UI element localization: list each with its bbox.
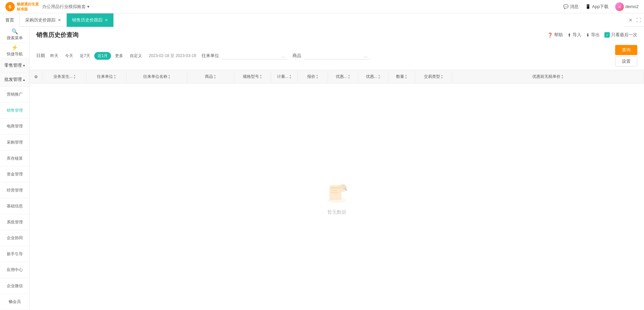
wholesale-chevron-icon: ▴: [23, 78, 25, 82]
sort-spec-icon: ▲▼: [260, 74, 262, 80]
sidebar-item-finance[interactable]: 资金管理: [0, 166, 29, 183]
th-qty[interactable]: 数量 ▲▼: [388, 71, 415, 82]
sidebar-item-quick-nav[interactable]: ⚡ 快捷导航: [0, 43, 29, 59]
sidebar-item-basic-info[interactable]: 基础信息: [0, 198, 29, 214]
export-icon: ⬇: [586, 33, 590, 38]
checkbox-icon: ✓: [604, 32, 610, 38]
th-trade-type[interactable]: 交易类型 ▲▼: [415, 71, 452, 82]
sort-unit-icon: ▲▼: [289, 74, 292, 80]
partner-input-wrapper: ...: [222, 52, 287, 59]
message-button[interactable]: 💬 消息: [563, 4, 579, 10]
sidebar-item-guide[interactable]: 新手引导: [0, 246, 29, 262]
th-product[interactable]: 商品 ▲▼: [187, 71, 234, 82]
help-action[interactable]: ❓ 帮助: [547, 32, 563, 38]
table-header: ⚙ 业务发生... ▲▼ 往来单位 ▲▼ 往来单位名称 ▲▼ 商品 ▲▼: [30, 70, 644, 84]
sidebar-item-wholesale[interactable]: 批发管理 ▴: [0, 73, 29, 87]
sidebar-item-marketing[interactable]: 营销推广: [0, 87, 29, 103]
message-icon: 💬: [563, 4, 569, 9]
th-spec[interactable]: 规格型号 ▲▼: [234, 71, 271, 82]
product-input-wrapper: ...: [304, 52, 370, 59]
empty-illustration: 🔍: [323, 178, 350, 205]
sidebar-item-operations[interactable]: 经营管理: [0, 183, 29, 199]
only-last-checkbox[interactable]: ✓ 只看最后一次: [604, 32, 637, 38]
partner-filter-group: 往来单位 ...: [202, 52, 287, 59]
user-menu[interactable]: d demo2: [615, 2, 639, 11]
app-download-button[interactable]: 📱 App下载: [585, 4, 608, 10]
quick-nav-icon: ⚡: [11, 44, 18, 51]
th-no-tax[interactable]: 优惠前无税单价 ▲▼: [452, 71, 644, 82]
sidebar-item-inventory[interactable]: 库存核算: [0, 151, 29, 167]
date-btn-1month[interactable]: 近1月: [94, 52, 111, 60]
sidebar-item-ecommerce[interactable]: 电商管理: [0, 119, 29, 135]
th-unit[interactable]: 计量... ▲▼: [271, 71, 298, 82]
content-area: 销售历史价查询 ❓ 帮助 ⬆ 导入 ⬇ 导出 ✓: [30, 27, 644, 310]
top-bar-left: 6 畅捷通好生意 标准版 办公用品行业模拟账套 ▾: [5, 2, 90, 11]
product-filter-group: 商品 ...: [292, 52, 370, 59]
search-icon: 🔍: [11, 28, 18, 35]
th-partner-name[interactable]: 往来单位名称 ▲▼: [127, 71, 187, 82]
date-btn-more[interactable]: 更多: [112, 52, 126, 60]
date-range: 2023-02-18 至 2023-03-18: [149, 53, 196, 59]
sort-price-icon: ▲▼: [316, 74, 319, 80]
close-window-icon[interactable]: ✕: [628, 17, 633, 23]
product-input[interactable]: [306, 53, 362, 58]
download-icon: 📱: [585, 4, 591, 9]
page-title: 销售历史价查询: [36, 31, 78, 39]
th-disc1[interactable]: 优惠... ▲▼: [328, 71, 358, 82]
filter-actions: 查询 设置: [615, 45, 637, 66]
empty-state: 🔍 暂无数据: [30, 84, 644, 310]
sidebar-item-vip[interactable]: 畅会员: [0, 294, 29, 310]
query-button[interactable]: 查询: [615, 45, 637, 55]
th-settings[interactable]: ⚙: [30, 72, 43, 82]
sort-partner-code-icon: ▲▼: [114, 74, 116, 80]
close-sales-tab-icon[interactable]: ✕: [105, 18, 108, 22]
th-price[interactable]: 报价 ▲▼: [298, 71, 328, 82]
date-btn-custom[interactable]: 自定义: [127, 52, 145, 60]
sidebar-item-app-center[interactable]: 应用中心: [0, 262, 29, 278]
tab-purchase-history[interactable]: 采购历史价跟踪 ✕: [20, 13, 67, 27]
page-actions: ❓ 帮助 ⬆ 导入 ⬇ 导出 ✓ 只看最后一次: [547, 32, 637, 38]
partner-input[interactable]: [224, 53, 280, 58]
th-partner-code[interactable]: 往来单位 ▲▼: [87, 71, 127, 82]
app-selector[interactable]: 办公用品行业模拟账套 ▾: [42, 4, 90, 10]
sort-disc2-icon: ▲▼: [378, 74, 381, 80]
close-purchase-tab-icon[interactable]: ✕: [58, 18, 61, 22]
date-btn-today[interactable]: 今天: [62, 52, 76, 60]
sidebar-item-system[interactable]: 系统管理: [0, 214, 29, 230]
product-dots-icon[interactable]: ...: [364, 53, 368, 58]
avatar: d: [615, 2, 624, 11]
sidebar-item-sales-mgmt[interactable]: 销售管理: [0, 103, 29, 119]
window-controls: ✕ ⛶: [625, 13, 644, 27]
sidebar-item-enterprise[interactable]: 企业协同: [0, 230, 29, 246]
logo-text: 畅捷通好生意 标准版: [17, 2, 39, 11]
settings-button[interactable]: 设置: [615, 56, 637, 66]
import-icon: ⬆: [568, 33, 571, 38]
import-action[interactable]: ⬆ 导入: [568, 32, 581, 38]
sidebar: 🔍 搜索菜单 ⚡ 快捷导航 零售管理 ▾ 批发管理 ▴ 营销推广 销售管理 电商…: [0, 27, 30, 310]
partner-dots-icon[interactable]: ...: [281, 53, 285, 58]
th-disc2[interactable]: 优惠... ▲▼: [358, 71, 388, 82]
product-label: 商品: [292, 53, 301, 59]
logo-icon: 6: [5, 2, 15, 11]
maximize-window-icon[interactable]: ⛶: [636, 17, 641, 23]
sort-trade-icon: ▲▼: [441, 74, 443, 80]
empty-text: 暂无数据: [327, 209, 346, 215]
date-btn-yesterday[interactable]: 昨天: [48, 52, 61, 60]
retail-chevron-icon: ▾: [23, 64, 25, 67]
export-action[interactable]: ⬇ 导出: [586, 32, 600, 38]
sort-date-icon: ▲▼: [73, 74, 76, 80]
top-bar-right: 💬 消息 📱 App下载 d demo2: [563, 2, 639, 11]
tab-sales-history[interactable]: 销售历史价跟踪 ✕: [67, 13, 114, 27]
th-date[interactable]: 业务发生... ▲▼: [43, 71, 87, 82]
sidebar-item-wechat[interactable]: 企业微信: [0, 278, 29, 294]
date-btn-7days[interactable]: 近7天: [77, 52, 93, 60]
top-bar: 6 畅捷通好生意 标准版 办公用品行业模拟账套 ▾ 💬 消息 📱 App下载 d…: [0, 0, 644, 13]
sidebar-item-purchase[interactable]: 采购管理: [0, 135, 29, 151]
sort-disc1-icon: ▲▼: [348, 74, 351, 80]
tab-bar: 首页 采购历史价跟踪 ✕ 销售历史价跟踪 ✕ ✕ ⛶: [0, 13, 644, 27]
svg-text:🔍: 🔍: [341, 185, 347, 191]
sort-qty-icon: ▲▼: [405, 74, 408, 80]
sidebar-item-search[interactable]: 🔍 搜索菜单: [0, 27, 29, 43]
sidebar-item-retail[interactable]: 零售管理 ▾: [0, 59, 29, 73]
tab-home[interactable]: 首页: [0, 13, 20, 27]
